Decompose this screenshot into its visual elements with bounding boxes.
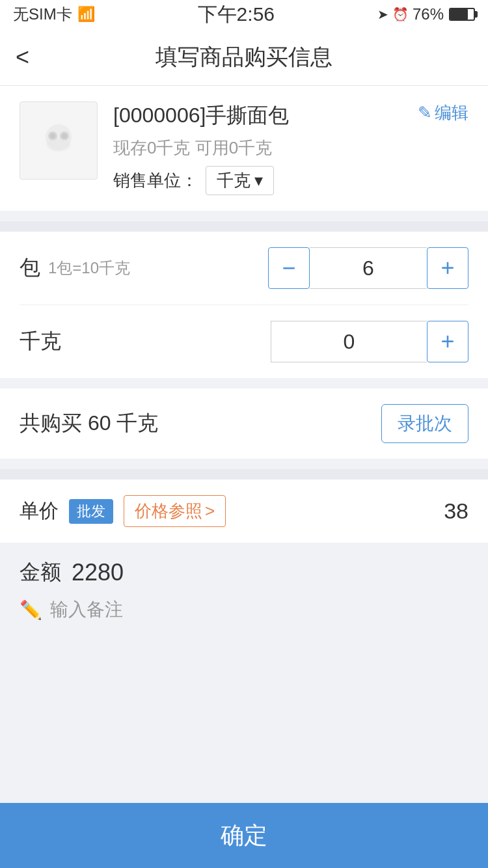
status-bar-time: 下午2:56 <box>198 1 275 28</box>
product-image <box>20 102 98 180</box>
remark-label: 输入备注 <box>50 597 123 622</box>
price-value: 38 <box>444 498 468 524</box>
main-content: [0000006]手撕面包 现存0千克 可用0千克 销售单位： 千克 ▾ ✎ 编… <box>0 86 488 868</box>
product-card: [0000006]手撕面包 现存0千克 可用0千克 销售单位： 千克 ▾ ✎ 编… <box>0 86 488 211</box>
wifi-icon: 📶 <box>77 6 95 23</box>
batch-tag: 批发 <box>69 499 113 524</box>
alarm-icon: ⏰ <box>392 7 409 22</box>
section-separator-1 <box>0 221 488 232</box>
batch-button[interactable]: 录批次 <box>381 404 468 443</box>
amount-section: 金额 2280 ✏️ 输入备注 <box>0 543 488 630</box>
price-label: 单价 <box>20 498 59 524</box>
page-title: 填写商品购买信息 <box>156 42 332 72</box>
remark-row[interactable]: ✏️ 输入备注 <box>20 597 468 622</box>
section-separator-2 <box>0 469 488 480</box>
svg-point-5 <box>47 139 70 152</box>
svg-point-3 <box>50 133 55 139</box>
svg-point-4 <box>62 133 67 139</box>
amount-value: 2280 <box>72 559 124 586</box>
price-ref-button[interactable]: 价格参照 > <box>124 495 226 527</box>
dropdown-icon: ▾ <box>254 170 263 191</box>
kg-input[interactable] <box>271 321 427 362</box>
product-stock: 现存0千克 可用0千克 <box>113 137 468 159</box>
back-button[interactable]: < <box>16 44 29 71</box>
bag-plus-button[interactable]: + <box>427 247 468 289</box>
status-bar-left: 无SIM卡 📶 <box>13 4 95 25</box>
product-info: [0000006]手撕面包 现存0千克 可用0千克 销售单位： 千克 ▾ <box>113 102 468 195</box>
chevron-right-icon: > <box>205 501 215 521</box>
kg-label: 千克 <box>20 327 61 356</box>
kg-controls: + <box>271 321 468 362</box>
kg-input-row: 千克 + <box>20 305 468 378</box>
edit-icon: ✎ <box>418 103 432 123</box>
bag-controls: − + <box>268 247 468 289</box>
bag-input[interactable] <box>310 247 427 289</box>
product-logo-icon <box>36 123 81 159</box>
summary-text: 共购买 60 千克 <box>20 409 158 438</box>
product-unit: 销售单位： 千克 ▾ <box>113 166 468 195</box>
price-row: 单价 批发 价格参照 > 38 <box>20 495 468 527</box>
amount-label: 金额 <box>20 558 61 587</box>
battery-percent: 76% <box>413 5 444 23</box>
bag-minus-button[interactable]: − <box>268 247 310 289</box>
confirm-button[interactable]: 确定 <box>221 820 267 852</box>
location-icon: ➤ <box>377 7 388 22</box>
unit-label: 销售单位： <box>113 169 198 192</box>
battery-icon <box>449 8 475 21</box>
edit-button[interactable]: ✎ 编辑 <box>418 102 468 124</box>
unit-select[interactable]: 千克 ▾ <box>206 166 274 195</box>
summary-amount: 60 <box>88 411 111 435</box>
price-section: 单价 批发 价格参照 > 38 <box>0 480 488 543</box>
pencil-icon: ✏️ <box>20 599 42 621</box>
summary-section: 共购买 60 千克 录批次 <box>0 388 488 459</box>
nav-bar: < 填写商品购买信息 <box>0 29 488 86</box>
bag-input-row: 包 1包=10千克 − + <box>20 232 468 305</box>
kg-plus-button[interactable]: + <box>427 321 468 362</box>
carrier-text: 无SIM卡 <box>13 4 72 25</box>
confirm-bar[interactable]: 确定 <box>0 803 488 868</box>
status-bar: 无SIM卡 📶 下午2:56 ➤ ⏰ 76% <box>0 0 488 29</box>
product-name: [0000006]手撕面包 <box>113 102 468 130</box>
amount-row: 金额 2280 <box>20 558 468 587</box>
input-section: 包 1包=10千克 − + 千克 + <box>0 232 488 378</box>
empty-space <box>0 630 488 812</box>
bag-label: 包 1包=10千克 <box>20 254 130 282</box>
bag-hint: 1包=10千克 <box>48 258 130 278</box>
status-bar-right: ➤ ⏰ 76% <box>377 5 475 23</box>
